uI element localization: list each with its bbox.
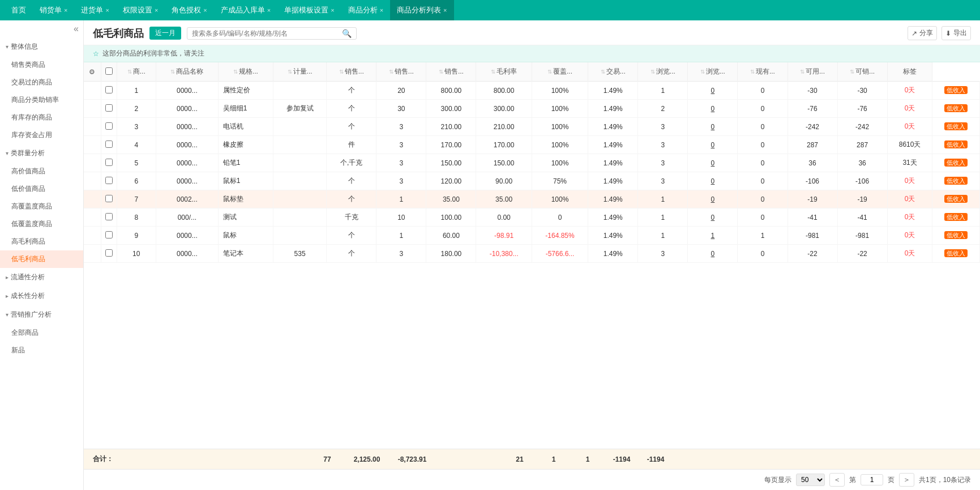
nav-product[interactable]: 产成品入库单 × — [214, 0, 277, 20]
row-browse1[interactable]: 0 — [688, 154, 738, 172]
share-btn[interactable]: ↗ 分享 — [908, 26, 937, 40]
sidebar-item-new-goods[interactable]: 新品 — [0, 342, 83, 359]
sidebar-item-category-rate[interactable]: 商品分类助销率 — [0, 91, 83, 109]
sidebar-item-low-coverage[interactable]: 低覆盖度商品 — [0, 215, 83, 233]
row-checkbox[interactable] — [101, 208, 117, 227]
row-settings — [84, 154, 101, 172]
nav-role[interactable]: 角色授权 × — [165, 0, 213, 20]
col-browse2[interactable]: ⇅浏览... — [688, 62, 738, 82]
row-checkbox[interactable] — [101, 82, 117, 100]
row-trade: 3 — [638, 136, 688, 154]
col-sales-amount[interactable]: ⇅销售... — [426, 62, 476, 82]
row-select-checkbox[interactable] — [105, 231, 113, 238]
nav-permission[interactable]: 权限设置 × — [116, 0, 165, 20]
col-sales-qty[interactable]: ⇅销售... — [327, 62, 376, 82]
nav-template[interactable]: 单据模板设置 × — [277, 0, 341, 20]
col-available[interactable]: ⇅可用... — [788, 62, 837, 82]
row-select-checkbox[interactable] — [105, 86, 113, 93]
col-gross-rate[interactable]: ⇅毛利率 — [476, 62, 532, 82]
nav-sales[interactable]: 销货单 × — [33, 0, 74, 20]
row-browse1[interactable]: 0 — [688, 118, 738, 136]
sidebar-group-cluster[interactable]: ▾ 类群量分析 — [0, 144, 83, 163]
filter-recent-month-btn[interactable]: 近一月 — [149, 27, 181, 40]
row-settings — [84, 172, 101, 190]
nav-product-close[interactable]: × — [267, 7, 271, 14]
nav-template-close[interactable]: × — [331, 7, 334, 14]
row-settings — [84, 136, 101, 154]
row-select-checkbox[interactable] — [105, 195, 113, 202]
row-coverage: 1.49% — [588, 208, 638, 227]
col-coverage[interactable]: ⇅覆盖... — [532, 62, 588, 82]
nav-role-close[interactable]: × — [203, 7, 207, 14]
row-select-checkbox[interactable] — [105, 140, 113, 148]
sidebar-group-overall[interactable]: ▾ 整体信息 — [0, 37, 83, 56]
col-unit[interactable]: ⇅计量... — [273, 62, 327, 82]
sidebar-item-low-value[interactable]: 低价值商品 — [0, 180, 83, 198]
sidebar-collapse-btn[interactable]: « — [0, 20, 83, 37]
col-checkbox[interactable] — [101, 62, 117, 82]
col-name[interactable]: ⇅商品名称 — [156, 62, 219, 82]
page-input[interactable] — [861, 474, 883, 485]
table-wrapper[interactable]: ⚙ ⇅商... ⇅商品名称 ⇅规格... ⇅计量... ⇅销售... ⇅销售..… — [84, 62, 980, 449]
sidebar-item-high-margin[interactable]: 高毛利商品 — [0, 233, 83, 250]
row-select-checkbox[interactable] — [105, 249, 113, 257]
col-code[interactable]: ⇅商... — [117, 62, 156, 82]
sidebar-item-low-margin[interactable]: 低毛利商品 — [0, 250, 83, 268]
row-checkbox[interactable] — [101, 172, 117, 190]
nav-sales-close[interactable]: × — [64, 7, 67, 14]
row-browse2: 0 — [738, 208, 788, 227]
nav-goods-list[interactable]: 商品分析列表 × — [390, 0, 453, 20]
sidebar-item-capital[interactable]: 库存资金占用 — [0, 126, 83, 144]
sidebar-item-high-value[interactable]: 高价值商品 — [0, 163, 83, 180]
row-browse1[interactable]: 1 — [688, 227, 738, 245]
row-browse1[interactable]: 0 — [688, 208, 738, 227]
nav-goods-list-close[interactable]: × — [443, 7, 447, 14]
sidebar-item-all-goods[interactable]: 全部商品 — [0, 324, 83, 342]
row-checkbox[interactable] — [101, 227, 117, 245]
row-checkbox[interactable] — [101, 245, 117, 263]
sidebar-item-sales-goods[interactable]: 销售类商品 — [0, 56, 83, 74]
row-checkbox[interactable] — [101, 100, 117, 118]
row-select-checkbox[interactable] — [105, 122, 113, 130]
col-browse1[interactable]: ⇅浏览... — [638, 62, 688, 82]
col-sales-price[interactable]: ⇅销售... — [376, 62, 426, 82]
sidebar-item-stocked-goods[interactable]: 有库存的商品 — [0, 109, 83, 126]
select-all-checkbox[interactable] — [105, 67, 113, 75]
col-current-stock[interactable]: ⇅现有... — [738, 62, 788, 82]
row-checkbox[interactable] — [101, 190, 117, 208]
row-browse1[interactable]: 0 — [688, 172, 738, 190]
row-select-checkbox[interactable] — [105, 104, 113, 112]
row-checkbox[interactable] — [101, 118, 117, 136]
next-page-btn[interactable]: ＞ — [899, 473, 914, 487]
row-checkbox[interactable] — [101, 154, 117, 172]
col-trade[interactable]: ⇅交易... — [588, 62, 638, 82]
prev-page-btn[interactable]: ＜ — [829, 473, 845, 487]
row-browse1[interactable]: 0 — [688, 245, 738, 263]
row-browse1[interactable]: 0 — [688, 100, 738, 118]
search-input[interactable] — [192, 29, 342, 37]
col-saleable[interactable]: ⇅可销... — [837, 62, 887, 82]
row-select-checkbox[interactable] — [105, 177, 113, 184]
row-browse1[interactable]: 0 — [688, 190, 738, 208]
row-select-checkbox[interactable] — [105, 159, 113, 166]
col-settings[interactable]: ⚙ — [84, 62, 101, 82]
sidebar-item-high-coverage[interactable]: 高覆盖度商品 — [0, 198, 83, 215]
row-browse1[interactable]: 0 — [688, 82, 738, 100]
export-btn[interactable]: ⬇ 导出 — [942, 26, 971, 40]
row-select-checkbox[interactable] — [105, 213, 113, 220]
nav-permission-close[interactable]: × — [155, 7, 158, 14]
nav-goods-analysis[interactable]: 商品分析 × — [341, 0, 390, 20]
row-browse1[interactable]: 0 — [688, 136, 738, 154]
nav-goods-analysis-close[interactable]: × — [380, 7, 383, 14]
sidebar-group-growth[interactable]: ▸ 成长性分析 — [0, 287, 83, 305]
col-spec[interactable]: ⇅规格... — [218, 62, 273, 82]
nav-purchase-close[interactable]: × — [105, 7, 109, 14]
nav-purchase[interactable]: 进货单 × — [74, 0, 115, 20]
sidebar-group-flow[interactable]: ▸ 流通性分析 — [0, 268, 83, 287]
sidebar-item-traded-goods[interactable]: 交易过的商品 — [0, 74, 83, 91]
row-unit: 个,千克 — [327, 154, 376, 172]
sidebar-group-marketing[interactable]: ▾ 营销推广分析 — [0, 305, 83, 324]
row-checkbox[interactable] — [101, 136, 117, 154]
per-page-select[interactable]: 50 20 100 — [796, 474, 825, 486]
nav-home[interactable]: 首页 — [5, 0, 33, 20]
